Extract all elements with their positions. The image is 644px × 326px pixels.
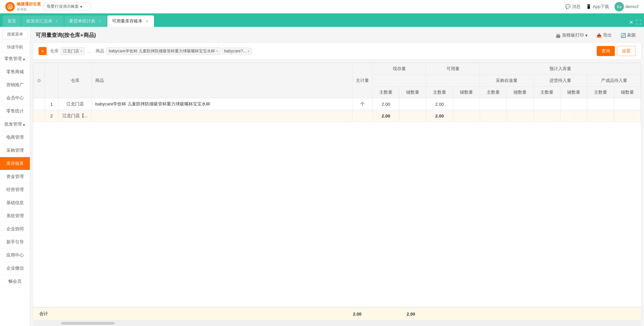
table-row: 2 江北门店【... 2.00 2.00 [34, 110, 641, 122]
message-btn[interactable]: 💬 消息 [565, 4, 581, 10]
page-actions: 🖨️ 按模板打印 ▾ 📤 导出 🔄 刷新 [553, 31, 639, 40]
td-production-main-1 [587, 98, 614, 110]
top-bar-left: 好 畅捷通好生意 标准版 母婴行业演示账套 ▾ [5, 1, 91, 12]
sidebar-item-retail-mgmt-label: 零售管理 [4, 56, 22, 62]
avatar: Ea [614, 2, 624, 11]
td-avail-main-1: 2.00 [426, 98, 453, 110]
sidebar-item-system[interactable]: 系统管理 [0, 209, 30, 223]
td-product-2 [92, 110, 353, 122]
search-menu-btn[interactable]: 搜索菜单 [2, 30, 28, 39]
sidebar-item-member-label: 会员中心 [6, 95, 24, 101]
th-available: 可用量 [426, 63, 480, 75]
th-production-pending: 产成品待入量 [587, 75, 641, 87]
sidebar-item-marketing-label: 营销推广 [6, 82, 24, 88]
sidebar-item-marketing[interactable]: 营销推广 [0, 79, 30, 92]
sidebar-item-purchase-label: 采购管理 [6, 147, 24, 153]
th-incoming-aux: 辅数量 [560, 87, 587, 98]
query-btn[interactable]: 查询 [597, 46, 615, 56]
content-area: 可用量查询(按仓库+商品) 🖨️ 按模板打印 ▾ 📤 导出 🔄 刷新 [30, 27, 644, 326]
sidebar-item-operation[interactable]: 经营管理 [0, 183, 30, 196]
print-btn[interactable]: 🖨️ 按模板打印 ▾ [553, 31, 590, 40]
sidebar-item-inventory-label: 库存核算 [6, 160, 24, 167]
sidebar-item-retail-mall[interactable]: 零售商城 [0, 65, 30, 79]
sidebar-item-inventory[interactable]: 库存核算 [0, 157, 30, 170]
sidebar-item-base-info[interactable]: 基础信息 [0, 196, 30, 209]
td-incoming-aux-1 [560, 98, 587, 110]
top-bar-right: 💬 消息 📱 App下载 Ea demo2 [565, 2, 639, 11]
sidebar-item-wechat-work[interactable]: 企业微信 [0, 262, 30, 275]
td-purchase-main-2 [480, 110, 507, 122]
data-table: ⚙ 仓库 商品 主计量 现存量 可用量 预计入库量 采购在途量 [33, 63, 641, 122]
sidebar-item-new-guide-label: 新手引导 [6, 239, 24, 245]
summary-bar: 合计 2.00 2.00 [33, 307, 641, 321]
app-download-btn[interactable]: 📱 App下载 [586, 4, 609, 10]
sidebar-item-collaboration[interactable]: 企业协同 [0, 223, 30, 236]
chevron-icon: ▲ [22, 57, 26, 61]
td-production-aux-1 [614, 98, 641, 110]
sidebar-item-member[interactable]: 会员中心 [0, 92, 30, 105]
sidebar-item-new-guide[interactable]: 新手引导 [0, 236, 30, 249]
download-icon: 📱 [586, 4, 591, 9]
sidebar-item-wholesale[interactable]: 批发管理 ▲ [0, 118, 30, 131]
expand-tab-btn[interactable]: ⛶ [636, 19, 641, 26]
tab-available-stock[interactable]: 可用量库存账本 × [107, 15, 154, 27]
export-btn[interactable]: 📤 导出 [594, 31, 614, 40]
sidebar-item-app-center[interactable]: 应用中心 [0, 249, 30, 262]
td-stock-aux-1 [399, 98, 426, 110]
sidebar-item-retail-stats[interactable]: 零售统计 [0, 105, 30, 118]
th-stock-main: 主数量 [373, 87, 399, 98]
remove-product-tag-2-btn[interactable]: × [247, 49, 249, 53]
product-tag-2: babycare?... × [222, 48, 252, 54]
td-incoming-main-2 [534, 110, 560, 122]
td-settings-1 [34, 98, 45, 110]
table-settings-icon[interactable]: ⚙ [37, 78, 41, 83]
td-avail-aux-2 [453, 110, 480, 122]
tab-order-stats[interactable]: 要货单统计表 × [64, 15, 107, 27]
sidebar-item-wechat-work-label: 企业微信 [6, 265, 24, 271]
sidebar-item-retail-mgmt[interactable]: 零售管理 ▲ [0, 52, 30, 65]
th-avail-sub [426, 75, 480, 87]
sidebar-item-member-plus[interactable]: 畅会员 [0, 275, 30, 288]
close-tab-btn[interactable]: ✕ [629, 19, 633, 26]
sidebar-item-finance-label: 资金管理 [6, 174, 24, 180]
sidebar-item-app-center-label: 应用中心 [6, 252, 24, 258]
th-no [45, 63, 58, 98]
horizontal-scrollbar[interactable] [33, 321, 641, 326]
th-purchase-aux: 辅数量 [507, 87, 534, 98]
th-production-main: 主数量 [587, 87, 614, 98]
tab-home[interactable]: 首页 [3, 15, 21, 27]
quick-nav-btn[interactable]: 快捷导航 [0, 42, 30, 52]
tab-order-stats-close[interactable]: × [97, 19, 102, 24]
sidebar-item-wholesale-label: 批发管理 [4, 121, 22, 127]
th-incoming-main: 主数量 [534, 87, 560, 98]
tab-available-stock-close[interactable]: × [145, 19, 149, 24]
logo-area: 好 畅捷通好生意 标准版 [5, 1, 41, 12]
chevron-down-icon-print: ▾ [585, 33, 588, 38]
sidebar-item-purchase[interactable]: 采购管理 [0, 144, 30, 157]
filter-expand-btn[interactable]: » [39, 47, 47, 55]
user-profile[interactable]: Ea demo2 [614, 2, 639, 11]
tab-stock-summary-close[interactable]: × [54, 19, 59, 24]
warehouse-more-btn[interactable]: ... [86, 49, 92, 54]
product-tag-1: babycare学饮杯 儿童防摔防撞吸管杯重力球吸嘴杯宝宝水杯 × [106, 47, 220, 55]
th-planned-inbound: 预计入库量 [480, 63, 641, 75]
sidebar-item-ecommerce[interactable]: 电商管理 [0, 131, 30, 144]
scroll-thumb[interactable] [61, 322, 115, 325]
remove-product-tag-1-btn[interactable]: × [216, 49, 218, 53]
td-stock-main-1: 2.00 [373, 98, 399, 110]
th-product: 商品 [92, 63, 353, 98]
store-selector[interactable]: 母婴行业演示账套 ▾ [44, 3, 91, 10]
summary-stock-main: 2.00 [344, 312, 371, 317]
message-icon: 💬 [565, 4, 571, 9]
th-current-sub [373, 75, 426, 87]
tab-stock-summary[interactable]: 收发存汇总表 × [21, 15, 64, 27]
top-bar: 好 畅捷通好生意 标准版 母婴行业演示账套 ▾ 💬 消息 📱 App下载 Ea … [0, 0, 644, 13]
refresh-btn[interactable]: 🔄 刷新 [618, 31, 639, 40]
td-unit-2 [353, 110, 373, 122]
remove-warehouse-tag-btn[interactable]: × [80, 49, 82, 53]
warehouse-tags: 江北门店 × ... [61, 47, 92, 55]
th-avail-main: 主数量 [426, 87, 453, 98]
warehouse-label: 仓库 [50, 48, 59, 54]
setting-btn[interactable]: 设置 [617, 46, 636, 56]
sidebar-item-finance[interactable]: 资金管理 [0, 170, 30, 183]
